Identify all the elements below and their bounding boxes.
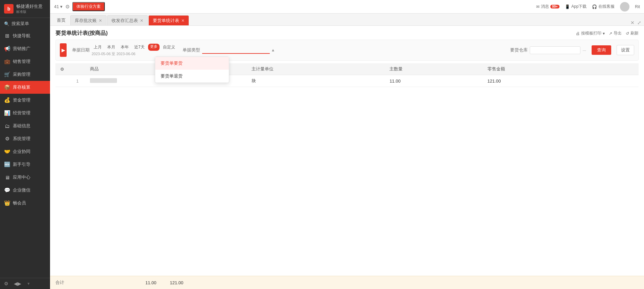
store-number: 41	[54, 4, 59, 9]
date-range-display: 2023-05-06 至 2023-06-06	[92, 51, 177, 57]
sidebar-item-label: 营销推广	[13, 46, 30, 52]
tab-collect-send[interactable]: 收发存汇总表 ✕	[107, 15, 148, 25]
brand-sub: 标准版	[16, 9, 43, 14]
page-content: 要货单统计表(按商品) 🖨 按模板打印 ▾ ↗ 导出 ↺ 刷新 ▶	[50, 26, 644, 289]
date-btn-more[interactable]: 更多	[148, 44, 160, 51]
user-name: Rit	[635, 4, 640, 9]
row-spacer	[601, 75, 639, 87]
tab-fullscreen-icon[interactable]: ⤢	[637, 20, 641, 25]
sidebar-item-appstore[interactable]: 🖥 应用中心	[0, 171, 50, 184]
print-arrow-icon: ▾	[603, 31, 605, 36]
tab-order-stat[interactable]: 要货单统计表 ✕	[148, 15, 189, 25]
col-unit: 主计量单位	[247, 63, 386, 75]
warehouse-filter-input[interactable]	[530, 46, 580, 54]
warehouse-more-icon[interactable]: ···	[582, 48, 586, 53]
date-btn-custom[interactable]: 自定义	[161, 44, 177, 51]
date-filter-options: 上月 本月 本年 近7天 更多 自定义 2023-05-06 至 2023-06…	[92, 44, 177, 57]
sidebar-item-guide[interactable]: 🆕 新手引导	[0, 158, 50, 171]
store-selector[interactable]: 41 ▾	[54, 4, 63, 9]
sidebar-item-quick-nav[interactable]: ⊞ 快捷导航	[0, 29, 50, 42]
sidebar-item-label: 资金管理	[13, 97, 30, 103]
main-area: 41 ▾ ⚙ 体验行业方案 ✉ 消息 99+ 📱 App下载 🎧 在线客服 Ri…	[50, 0, 644, 289]
sidebar-item-finance[interactable]: 💰 资金管理	[0, 94, 50, 107]
collapse-icon[interactable]: ◀▶	[14, 281, 21, 286]
app-label: App下载	[571, 4, 587, 9]
tab-order-stat-close[interactable]: ✕	[181, 18, 185, 23]
print-icon: 🖨	[576, 31, 580, 36]
sidebar-item-member[interactable]: 👑 畅会员	[0, 197, 50, 209]
guide-icon: 🆕	[4, 161, 10, 168]
col-settings[interactable]: ⚙	[55, 63, 69, 75]
table-container: ⚙ 商品 主计量单位 主数量 零售金额 1	[50, 63, 644, 276]
sidebar-item-wechat[interactable]: 💬 企业微信	[0, 184, 50, 197]
basic-icon: 🗂	[4, 123, 10, 129]
sidebar-item-label: 企业协同	[13, 149, 30, 155]
page-actions: 🖨 按模板打印 ▾ ↗ 导出 ↺ 刷新	[576, 30, 639, 36]
date-btn-this-month[interactable]: 本月	[105, 44, 117, 51]
online-service-btn[interactable]: 🎧 在线客服	[592, 4, 615, 9]
settings-btn[interactable]: 设置	[617, 45, 634, 55]
footer-amount: 121.00	[170, 280, 184, 285]
table-row: 1 块 11.00 121.00	[55, 75, 639, 87]
sidebar-item-label: 系统管理	[13, 136, 30, 142]
sidebar-item-label: 采购管理	[13, 71, 30, 77]
filter-bar: ▶ 单据日期 上月 本月 本年 近7天 更多 自定义 2023-05-06 至 …	[55, 40, 639, 61]
sidebar-item-operation[interactable]: 📊 经营管理	[0, 107, 50, 119]
app-download-btn[interactable]: 📱 App下载	[565, 4, 587, 9]
sidebar-item-label: 销售管理	[13, 59, 30, 65]
finance-icon: 💰	[4, 97, 10, 103]
tab-batch-account[interactable]: 库存批次账 ✕	[70, 15, 106, 25]
refresh-btn[interactable]: ↺ 刷新	[626, 30, 639, 36]
refresh-label: 刷新	[630, 30, 639, 36]
sidebar-item-system[interactable]: ⚙ 系统管理	[0, 132, 50, 145]
dropdown-item-order-return[interactable]: 要货单退货	[155, 70, 229, 83]
type-filter-container: ▲ 要货单要货 要货单退货	[202, 47, 275, 54]
sidebar-item-sales[interactable]: 💼 销售管理	[0, 55, 50, 68]
type-filter-input[interactable]	[202, 47, 270, 54]
print-btn[interactable]: 🖨 按模板打印 ▾	[576, 30, 605, 36]
goods-blurred	[90, 78, 117, 83]
marketing-icon: 📢	[4, 46, 10, 52]
topbar-gear-icon[interactable]: ⚙	[65, 4, 70, 10]
brand-name: 畅捷通好生意	[16, 3, 43, 9]
type-filter-group: 单据类型 ▲ 要货单要货 要货单退货	[183, 47, 505, 54]
date-filter-group: 单据日期 上月 本月 本年 近7天 更多 自定义 2023-05-06 至 20…	[72, 44, 177, 57]
sidebar-scroll-down[interactable]: ▼	[27, 282, 30, 286]
messages-btn[interactable]: ✉ 消息 99+	[536, 4, 559, 9]
tab-home[interactable]: 首页	[53, 15, 70, 25]
sidebar-item-collab[interactable]: 🤝 企业协同	[0, 145, 50, 158]
sidebar-item-inventory[interactable]: 📦 库存核算	[0, 81, 50, 94]
date-btn-this-year[interactable]: 本年	[119, 44, 131, 51]
phone-icon: 📱	[565, 4, 570, 9]
settings-bottom-icon[interactable]: ⚙	[4, 281, 8, 286]
industry-btn[interactable]: 体验行业方案	[72, 2, 105, 11]
tabbar: 首页 库存批次账 ✕ 收发存汇总表 ✕ 要货单统计表 ✕ ✕ ⤢	[50, 14, 644, 26]
col-num	[69, 63, 86, 75]
collab-icon: 🤝	[4, 149, 10, 155]
sidebar-item-basic[interactable]: 🗂 基础信息	[0, 119, 50, 132]
sidebar-item-marketing[interactable]: 📢 营销推广	[0, 42, 50, 55]
footer-qty: 11.00	[145, 280, 157, 285]
filter-toggle-btn[interactable]: ▶	[60, 43, 67, 57]
col-spacer	[601, 63, 639, 75]
user-avatar[interactable]	[620, 2, 629, 12]
tab-collect-send-close[interactable]: ✕	[140, 18, 143, 23]
topbar-right: ✉ 消息 99+ 📱 App下载 🎧 在线客服 Rit	[536, 2, 640, 12]
dropdown-item-order-goods[interactable]: 要货单要货	[155, 57, 229, 70]
dropdown-item-order-return-label: 要货单退货	[161, 73, 183, 79]
service-label: 在线客服	[598, 4, 615, 9]
tab-batch-account-close[interactable]: ✕	[99, 18, 102, 23]
sidebar-item-label: 基础信息	[13, 123, 30, 129]
page-header: 要货单统计表(按商品) 🖨 按模板打印 ▾ ↗ 导出 ↺ 刷新	[50, 26, 644, 40]
search-menu[interactable]: 🔍 搜索菜单	[0, 18, 50, 29]
page-title: 要货单统计表(按商品)	[55, 30, 108, 37]
type-filter-up-arrow[interactable]: ▲	[271, 48, 275, 52]
sidebar-item-purchase[interactable]: 🛒 采购管理	[0, 68, 50, 81]
date-btn-7days[interactable]: 近7天	[132, 44, 147, 51]
export-btn[interactable]: ↗ 导出	[609, 30, 622, 36]
tab-close-all-icon[interactable]: ✕	[630, 20, 635, 25]
sidebar-item-label: 经营管理	[13, 110, 30, 116]
col-amount: 零售金额	[483, 63, 601, 75]
query-btn[interactable]: 查询	[592, 45, 611, 55]
date-btn-last-month[interactable]: 上月	[92, 44, 104, 51]
